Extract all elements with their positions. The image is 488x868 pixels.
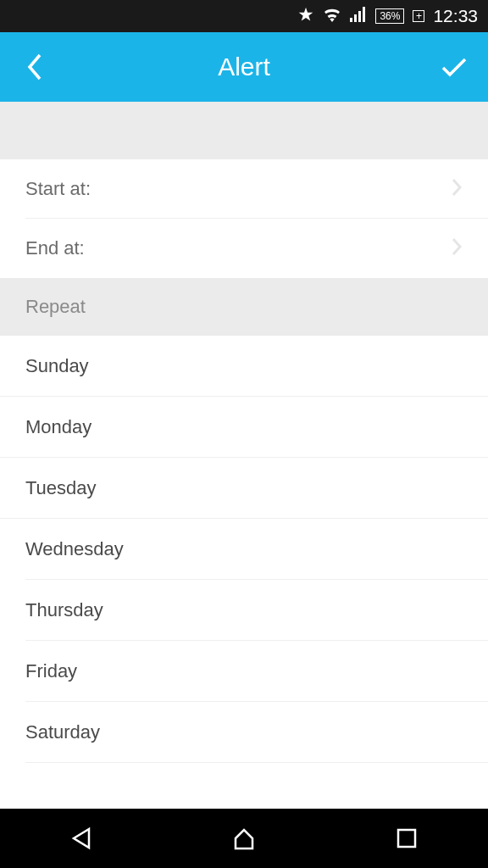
day-row-thursday[interactable]: Thursday bbox=[25, 580, 488, 641]
end-at-row[interactable]: End at: bbox=[25, 219, 488, 278]
day-row-sunday[interactable]: Sunday bbox=[0, 336, 488, 397]
status-time: 12:33 bbox=[433, 6, 478, 26]
day-row-monday[interactable]: Monday bbox=[0, 397, 488, 458]
day-label: Monday bbox=[25, 416, 92, 438]
battery-indicator: 36% bbox=[375, 8, 404, 24]
day-label: Wednesday bbox=[25, 538, 124, 560]
repeat-section-header: Repeat bbox=[0, 278, 488, 336]
star-icon bbox=[297, 6, 314, 27]
status-bar: 36% + 12:33 bbox=[0, 0, 488, 32]
nav-back-button[interactable] bbox=[66, 823, 97, 854]
end-at-label: End at: bbox=[25, 237, 85, 259]
page-title: Alert bbox=[49, 53, 439, 81]
plus-icon: + bbox=[413, 10, 424, 22]
svg-rect-1 bbox=[354, 14, 357, 22]
battery-text: 36% bbox=[380, 10, 400, 22]
start-at-row[interactable]: Start at: bbox=[25, 159, 488, 219]
day-label: Saturday bbox=[25, 721, 100, 743]
chevron-right-icon bbox=[451, 236, 463, 260]
svg-rect-4 bbox=[398, 830, 415, 847]
svg-rect-2 bbox=[358, 11, 361, 22]
day-row-wednesday[interactable]: Wednesday bbox=[25, 519, 488, 580]
content-area: Start at: End at: Repeat Sunday Monday T… bbox=[0, 159, 488, 763]
day-label: Sunday bbox=[25, 355, 89, 377]
header-bar: Alert bbox=[0, 32, 488, 102]
day-label: Friday bbox=[25, 660, 77, 682]
back-button[interactable] bbox=[19, 52, 49, 82]
svg-rect-0 bbox=[350, 18, 352, 22]
day-row-saturday[interactable]: Saturday bbox=[25, 702, 488, 763]
chevron-right-icon bbox=[451, 177, 463, 201]
spacer-section bbox=[0, 102, 488, 159]
day-row-friday[interactable]: Friday bbox=[25, 641, 488, 702]
wifi-icon bbox=[323, 7, 341, 26]
day-label: Tuesday bbox=[25, 477, 97, 499]
start-at-label: Start at: bbox=[25, 178, 91, 200]
svg-rect-3 bbox=[363, 7, 365, 22]
nav-home-button[interactable] bbox=[229, 823, 259, 854]
day-label: Thursday bbox=[25, 599, 103, 621]
confirm-button[interactable] bbox=[439, 52, 469, 82]
day-row-tuesday[interactable]: Tuesday bbox=[0, 458, 488, 519]
nav-recents-button[interactable] bbox=[391, 823, 422, 854]
signal-icon bbox=[350, 7, 367, 26]
navigation-bar bbox=[0, 809, 488, 868]
